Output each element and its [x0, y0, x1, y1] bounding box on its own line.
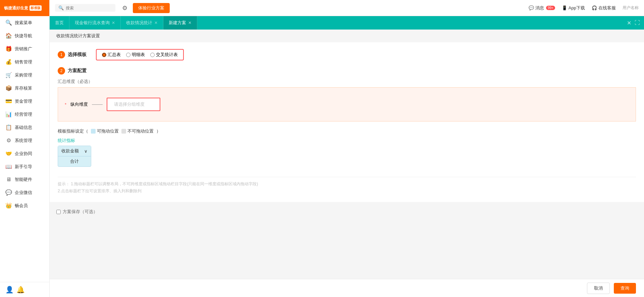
- sidebar-item-7[interactable]: 📊经营管理: [0, 108, 49, 121]
- sidebar-icon-6: 💳: [5, 98, 12, 104]
- sidebar: 畅捷通好生意 标准版 🔍搜索菜单🏠快捷导航🎁营销推广💰销售管理🛒采购管理📦库存核…: [0, 0, 50, 297]
- tab-2[interactable]: 收款情况统计✕: [121, 16, 163, 30]
- sidebar-label-5: 库存核算: [15, 85, 32, 91]
- sidebar-item-1[interactable]: 🏠快捷导航: [0, 29, 49, 42]
- draggable-label: 可拖动位置: [97, 128, 119, 134]
- template-selection-box: 汇总表 明细表 交叉统计表: [96, 49, 184, 60]
- query-button[interactable]: 查询: [614, 283, 636, 294]
- indicator-card-body: 合计: [58, 156, 91, 166]
- tab-3[interactable]: 新建方案✕: [163, 16, 197, 30]
- message-button[interactable]: 💬 消息 99+: [529, 5, 555, 11]
- logo-text: 畅捷通好生意: [4, 5, 28, 11]
- indicator-card-title: 收款金额: [61, 148, 79, 154]
- sidebar-item-3[interactable]: 💰销售管理: [0, 55, 49, 68]
- search-input[interactable]: [66, 6, 109, 10]
- save-plan-checkbox[interactable]: [56, 210, 61, 214]
- header-search-box: 🔍: [55, 4, 115, 12]
- dim-placeholder: 请选择分组维度: [114, 101, 145, 107]
- sidebar-label-3: 销售管理: [15, 59, 32, 65]
- radio-detail-input[interactable]: [126, 53, 130, 57]
- radio-detail-label: 明细表: [132, 52, 145, 58]
- radio-summary-label: 汇总表: [108, 52, 121, 58]
- required-mark: *: [65, 102, 66, 107]
- sidebar-item-8[interactable]: 📋基础信息: [0, 121, 49, 134]
- draggable-color-box: [91, 129, 96, 134]
- app-download-button[interactable]: 📱 App下载: [562, 5, 585, 11]
- tab-close-1[interactable]: ✕: [112, 20, 115, 25]
- sidebar-item-2[interactable]: 🎁营销推广: [0, 42, 49, 55]
- close-window-icon[interactable]: ✕: [627, 20, 631, 26]
- indicator-card-header[interactable]: 收款金额 ∨: [58, 146, 91, 156]
- step2-header: 2 方案配置: [58, 67, 636, 75]
- cancel-button[interactable]: 取消: [587, 283, 610, 294]
- sidebar-item-12[interactable]: 🖥智能硬件: [0, 173, 49, 186]
- vertical-dim-label: 纵向维度: [70, 101, 88, 107]
- tab-close-2[interactable]: ✕: [154, 20, 158, 25]
- sidebar-item-9[interactable]: ⚙系统管理: [0, 134, 49, 147]
- sidebar-item-10[interactable]: 🤝企业协同: [0, 147, 49, 160]
- indicator-category-label: 统计指标: [58, 138, 636, 144]
- indicator-table-section: 统计指标 收款金额 ∨ 合计: [58, 138, 636, 167]
- sidebar-label-11: 新手引导: [15, 164, 32, 170]
- save-plan-label: 方案保存（可选）: [63, 209, 98, 215]
- tab-1[interactable]: 现金银行流水查询✕: [69, 16, 121, 30]
- sidebar-icon-8: 📋: [5, 124, 12, 131]
- dimension-row: * 纵向维度 —— 请选择分组维度: [65, 98, 160, 111]
- sidebar-icon-4: 🛒: [5, 72, 12, 78]
- bottom-bar: 取消 查询: [50, 279, 644, 297]
- tab-0[interactable]: 首页: [50, 16, 69, 30]
- message-icon: 💬: [529, 5, 534, 10]
- maximize-icon[interactable]: ⛶: [635, 20, 640, 26]
- step1-num: 1: [58, 51, 65, 58]
- draggable-legend-item: 可拖动位置: [91, 128, 119, 134]
- sidebar-item-5[interactable]: 📦库存核算: [0, 82, 49, 95]
- sidebar-logo: 畅捷通好生意 标准版: [0, 0, 49, 16]
- sidebar-label-7: 经营管理: [15, 111, 32, 117]
- gear-icon[interactable]: ⚙: [122, 4, 127, 12]
- sidebar-icon-11: 📖: [5, 163, 12, 170]
- dim-arrow: ——: [92, 101, 103, 107]
- sidebar-item-0[interactable]: 🔍搜索菜单: [0, 16, 49, 29]
- save-plan-checkbox-label[interactable]: 方案保存（可选）: [56, 209, 637, 215]
- sidebar-item-6[interactable]: 💳资金管理: [0, 95, 49, 108]
- radio-cross-input[interactable]: [150, 53, 155, 57]
- sidebar-bottom-icon-1[interactable]: 👤: [5, 286, 14, 294]
- service-icon: 🎧: [592, 5, 597, 10]
- step1-row: 1 选择模板 汇总表 明细表 交叉统计表: [58, 49, 636, 60]
- sidebar-item-13[interactable]: 💬企业微信: [0, 186, 49, 199]
- indicator-header: 模板指标设定（ 可拖动位置 不可拖动位置 ）: [58, 128, 636, 134]
- sidebar-label-1: 快捷导航: [15, 33, 32, 39]
- download-icon: 📱: [562, 5, 567, 10]
- sidebar-label-9: 系统管理: [15, 138, 32, 144]
- sidebar-icon-12: 🖥: [5, 177, 12, 183]
- sidebar-label-0: 搜索菜单: [15, 20, 32, 26]
- tabbar-right: ✕ ⛶: [623, 16, 644, 30]
- sidebar-icon-7: 📊: [5, 111, 12, 117]
- radio-detail[interactable]: 明细表: [126, 52, 145, 58]
- radio-summary[interactable]: 汇总表: [102, 52, 121, 58]
- trial-industry-button[interactable]: 体验行业方案: [133, 3, 170, 13]
- non-draggable-label: 不可拖动位置: [127, 128, 154, 134]
- chevron-down-icon[interactable]: ∨: [84, 149, 88, 154]
- sidebar-icon-1: 🏠: [5, 33, 12, 39]
- sidebar-item-14[interactable]: 👑畅会员: [0, 199, 49, 212]
- radio-summary-input[interactable]: [102, 53, 106, 57]
- sidebar-bottom: 👤 🔔: [0, 282, 49, 297]
- footer-section: 方案保存（可选）: [50, 205, 644, 218]
- radio-cross[interactable]: 交叉统计表: [150, 52, 178, 58]
- dim-select-box[interactable]: 请选择分组维度: [107, 98, 160, 111]
- step2-row: 2 方案配置 汇总维度（必选） * 纵向维度 —— 请选择分组维度: [58, 67, 636, 194]
- sidebar-label-8: 基础信息: [15, 125, 32, 131]
- sidebar-label-2: 营销推广: [15, 46, 32, 52]
- non-draggable-color-box: [121, 129, 126, 134]
- sidebar-item-11[interactable]: 📖新手引导: [0, 160, 49, 173]
- search-icon: 🔍: [58, 5, 64, 10]
- online-service-button[interactable]: 🎧 在线客服: [592, 5, 616, 11]
- tab-close-3[interactable]: ✕: [188, 20, 192, 25]
- radio-cross-label: 交叉统计表: [156, 52, 178, 58]
- summary-dimension-title: 汇总维度（必选）: [58, 79, 636, 85]
- sidebar-icon-3: 💰: [5, 59, 12, 65]
- sidebar-bottom-icon-2[interactable]: 🔔: [16, 286, 25, 294]
- sidebar-item-4[interactable]: 🛒采购管理: [0, 68, 49, 82]
- sidebar-icon-9: ⚙: [5, 137, 12, 144]
